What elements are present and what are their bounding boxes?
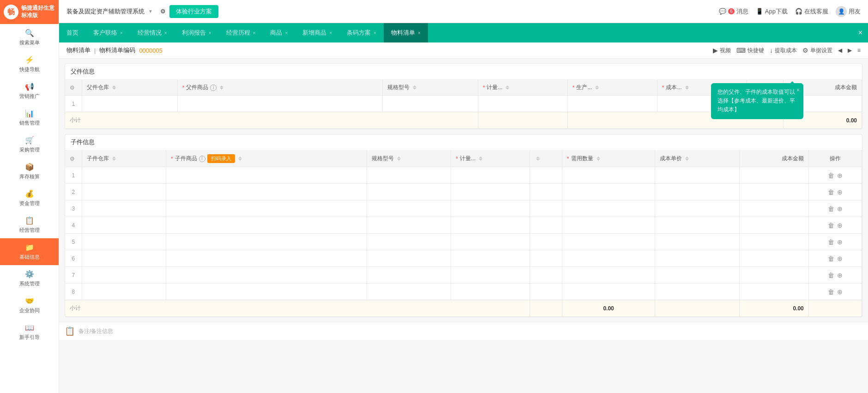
child-unit-price-cell[interactable] — [655, 167, 740, 184]
copy-row-icon[interactable]: ⊕ — [837, 205, 843, 212]
child-unit-price-cell[interactable] — [655, 250, 740, 267]
child-unit-price-cell[interactable] — [655, 284, 740, 300]
child-unit-cell[interactable] — [451, 250, 530, 267]
copy-row-icon[interactable]: ⊕ — [837, 222, 843, 229]
nav-tab-首页[interactable]: 首页 — [59, 23, 86, 42]
tab-close-icon[interactable]: × — [209, 30, 211, 36]
child-extra-cell[interactable] — [530, 184, 562, 200]
child-qty-cell[interactable] — [562, 234, 655, 250]
child-qty-cell[interactable] — [562, 284, 655, 300]
child-qty-cell[interactable] — [562, 217, 655, 234]
child-sort-spec-icon[interactable] — [397, 157, 401, 161]
close-all-tabs-button[interactable]: × — [853, 29, 868, 37]
sidebar-item-purchase[interactable]: 🛒采购管理 — [0, 131, 59, 158]
child-product-cell[interactable] — [166, 217, 367, 234]
parent-warehouse-cell[interactable] — [82, 96, 177, 112]
delete-row-icon[interactable]: 🗑 — [828, 255, 834, 262]
child-product-cell[interactable] — [166, 167, 367, 184]
child-sort-unit-icon[interactable] — [479, 157, 482, 161]
try-plan-button[interactable]: 体验行业方案 — [169, 5, 218, 18]
child-qty-cell[interactable] — [562, 167, 655, 184]
child-unit-price-cell[interactable] — [655, 184, 740, 200]
parent-produce-cell[interactable] — [567, 96, 657, 112]
single-setting-btn[interactable]: ⚙ 单据设置 — [802, 47, 832, 54]
sidebar-item-system[interactable]: ⚙️系统管理 — [0, 265, 59, 292]
child-extra-cell[interactable] — [530, 234, 562, 250]
child-spec-cell[interactable] — [367, 250, 451, 267]
delete-row-icon[interactable]: 🗑 — [828, 238, 834, 246]
tab-close-icon[interactable]: × — [329, 30, 332, 36]
app-download-btn[interactable]: 📱 App下载 — [756, 7, 788, 16]
child-product-cell[interactable] — [166, 184, 367, 200]
copy-row-icon[interactable]: ⊕ — [837, 188, 843, 196]
nav-tab-经营历程[interactable]: 经营历程× — [219, 23, 263, 42]
child-extra-cell[interactable] — [530, 250, 562, 267]
online-service-btn[interactable]: 🎧 在线客服 — [795, 7, 828, 16]
child-sort-unit-price-icon[interactable] — [685, 157, 689, 161]
sort-produce-icon[interactable] — [595, 85, 599, 90]
copy-row-icon[interactable]: ⊕ — [837, 255, 843, 262]
sort-spec-icon[interactable] — [413, 85, 416, 90]
system-title-arrow[interactable]: ▼ — [148, 9, 153, 14]
sort-product-icon[interactable] — [220, 85, 223, 90]
child-unit-cell[interactable] — [451, 234, 530, 250]
delete-row-icon[interactable]: 🗑 — [828, 272, 834, 279]
nav-next-btn[interactable]: ▶ — [848, 47, 852, 54]
delete-row-icon[interactable]: 🗑 — [828, 222, 834, 229]
child-extra-cell[interactable] — [530, 267, 562, 284]
copy-row-icon[interactable]: ⊕ — [837, 238, 843, 246]
delete-row-icon[interactable]: 🗑 — [828, 288, 834, 296]
nav-tab-新增商品[interactable]: 新增商品× — [295, 23, 339, 42]
nav-tab-经营情况[interactable]: 经营情况× — [130, 23, 175, 42]
tab-close-icon[interactable]: × — [253, 30, 256, 36]
child-spec-cell[interactable] — [367, 184, 451, 200]
child-warehouse-cell[interactable] — [82, 267, 166, 284]
nav-tab-客户联络[interactable]: 客户联络× — [86, 23, 130, 42]
parent-unit-cell[interactable] — [478, 96, 567, 112]
child-sort-warehouse-icon[interactable] — [112, 157, 116, 161]
child-spec-cell[interactable] — [367, 167, 451, 184]
nav-tab-利润报告[interactable]: 利润报告× — [175, 23, 219, 42]
scan-input-button[interactable]: 扫码录入 — [207, 154, 235, 163]
sidebar-item-basic[interactable]: 📁基础信息 — [0, 238, 59, 265]
child-extra-cell[interactable] — [530, 200, 562, 217]
extract-cost-btn[interactable]: ↓ 提取成本 — [770, 47, 797, 54]
parent-spec-cell[interactable] — [382, 96, 478, 112]
parent-product-info-icon[interactable]: i — [210, 85, 217, 91]
sidebar-item-guide[interactable]: 📖新手引导 — [0, 319, 59, 345]
sidebar-item-enterprise[interactable]: 🤝企业协同 — [0, 292, 59, 319]
child-warehouse-cell[interactable] — [82, 217, 166, 234]
child-product-cell[interactable] — [166, 200, 367, 217]
tab-close-icon[interactable]: × — [285, 30, 288, 36]
user-btn[interactable]: 👤 用友 — [836, 6, 861, 17]
message-btn[interactable]: 💬 6 消息 — [719, 7, 748, 16]
child-product-cell[interactable] — [166, 267, 367, 284]
child-warehouse-cell[interactable] — [82, 200, 166, 217]
shortcut-btn[interactable]: ⌨ 快捷键 — [736, 47, 764, 54]
tab-close-icon[interactable]: × — [120, 30, 123, 36]
child-warehouse-cell[interactable] — [82, 250, 166, 267]
child-unit-cell[interactable] — [451, 267, 530, 284]
nav-tab-物料清单[interactable]: 物料清单× — [384, 23, 428, 42]
child-spec-cell[interactable] — [367, 217, 451, 234]
child-extra-cell[interactable] — [530, 217, 562, 234]
child-unit-cell[interactable] — [451, 284, 530, 300]
child-spec-cell[interactable] — [367, 200, 451, 217]
sidebar-item-finance[interactable]: 💰资金管理 — [0, 185, 59, 212]
child-qty-cell[interactable] — [562, 184, 655, 200]
delete-row-icon[interactable]: 🗑 — [828, 205, 834, 212]
tab-close-icon[interactable]: × — [164, 30, 167, 36]
child-unit-cell[interactable] — [451, 167, 530, 184]
copy-row-icon[interactable]: ⊕ — [837, 272, 843, 279]
tab-close-icon[interactable]: × — [418, 30, 421, 36]
sidebar-item-inventory[interactable]: 📦库存核算 — [0, 158, 59, 185]
copy-row-icon[interactable]: ⊕ — [837, 288, 843, 296]
delete-row-icon[interactable]: 🗑 — [828, 172, 834, 179]
copy-row-icon[interactable]: ⊕ — [837, 172, 843, 179]
gear-icon[interactable]: ⚙ — [70, 85, 75, 91]
child-product-info-icon[interactable]: i — [199, 156, 205, 162]
child-warehouse-cell[interactable] — [82, 234, 166, 250]
nav-prev-btn[interactable]: ◀ — [838, 47, 842, 54]
child-unit-price-cell[interactable] — [655, 200, 740, 217]
settings-icon[interactable]: ⚙ — [160, 8, 166, 15]
